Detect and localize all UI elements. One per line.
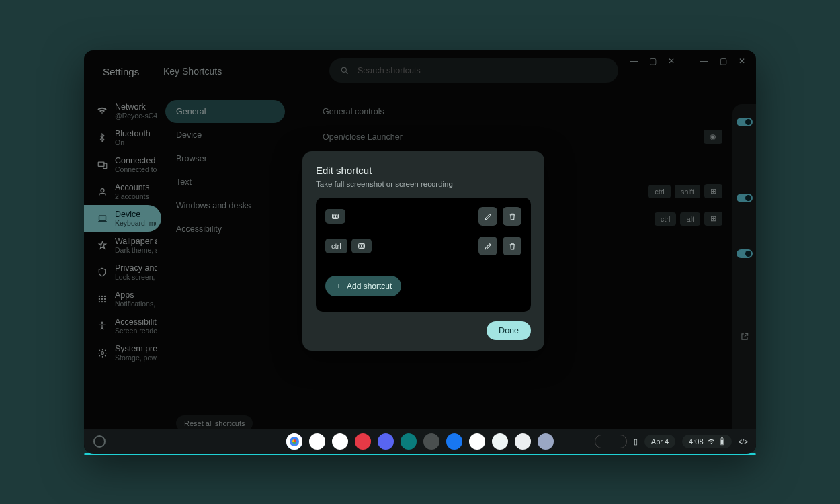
delete-shortcut-icon-button[interactable] [503, 237, 521, 255]
delete-shortcut-icon-button[interactable] [503, 207, 521, 226]
edit-shortcut-dialog: Edit shortcut Take full screenshot or sc… [302, 151, 544, 351]
modal-subtitle: Take full screenshot or screen recording [316, 180, 531, 188]
tray-capsule[interactable] [595, 435, 627, 448]
modal-title: Edit shortcut [316, 165, 531, 176]
svg-rect-18 [333, 215, 335, 218]
overview-key-icon [351, 239, 372, 253]
phone-hub-icon[interactable]: ▯ [634, 437, 638, 446]
settings-window: — ▢ ✕ — ▢ ✕ Settings Key Shortcuts Netwo… [84, 50, 756, 454]
app-settings[interactable] [515, 433, 531, 450]
svg-rect-21 [360, 245, 362, 247]
svg-rect-19 [336, 215, 338, 218]
dev-icon[interactable]: </> [739, 438, 748, 446]
edit-shortcut-icon-button[interactable] [478, 207, 497, 226]
app-edge[interactable] [401, 433, 417, 450]
svg-rect-25 [720, 440, 723, 445]
app-gmail[interactable] [309, 433, 325, 450]
svg-rect-22 [362, 245, 364, 247]
app-chrome[interactable] [286, 433, 302, 450]
overview-key-icon [325, 209, 345, 224]
add-shortcut-label: Add shortcut [347, 282, 392, 291]
shortcut-editor: ctrl ＋ Add shortcut [316, 198, 531, 312]
app-files[interactable] [446, 433, 462, 450]
app-photos[interactable] [332, 433, 348, 450]
edit-shortcut-icon-button[interactable] [478, 237, 497, 255]
app-youtube[interactable] [355, 433, 371, 450]
shelf: ▯ Apr 4 4:08 </> [84, 429, 756, 454]
tray-time: 4:08 [689, 437, 703, 446]
wifi-icon [708, 438, 715, 446]
svg-rect-24 [721, 437, 722, 438]
done-button[interactable]: Done [487, 321, 531, 340]
system-tray: ▯ Apr 4 4:08 </> [595, 435, 748, 448]
shelf-apps [286, 433, 554, 450]
tray-date: Apr 4 [651, 437, 669, 446]
status-pill[interactable]: Apr 4 [644, 435, 675, 448]
launcher-button[interactable] [93, 435, 106, 448]
app-labs[interactable] [492, 433, 508, 450]
app-app-a[interactable] [469, 433, 485, 450]
status-pill-2[interactable]: 4:08 [682, 435, 731, 448]
app-terminal[interactable] [423, 433, 439, 450]
battery-icon [719, 437, 725, 446]
shortcut-entry [325, 207, 521, 226]
app-discord[interactable] [378, 433, 394, 450]
key-chip: ctrl [325, 239, 347, 253]
plus-icon: ＋ [335, 280, 343, 292]
app-app-b[interactable] [538, 433, 554, 450]
shortcut-entry: ctrl [325, 237, 521, 255]
add-shortcut-button[interactable]: ＋ Add shortcut [325, 276, 401, 296]
